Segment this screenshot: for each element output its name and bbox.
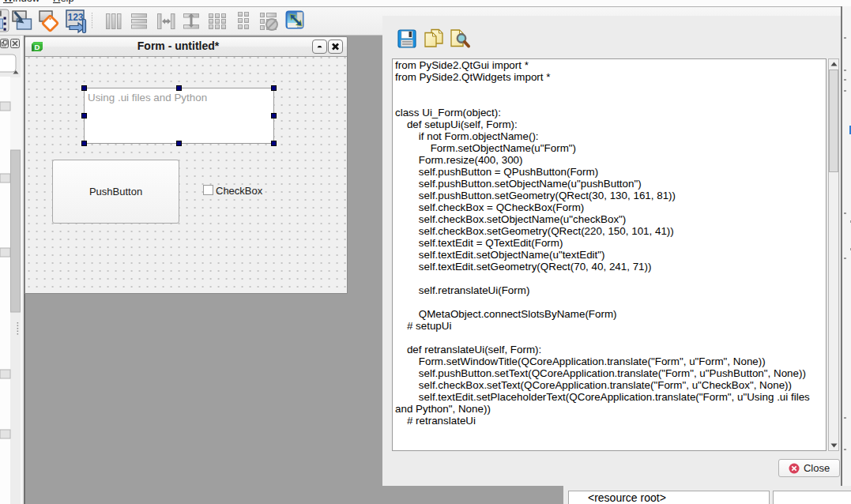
svg-text:123: 123 <box>68 12 84 23</box>
svg-text:D: D <box>35 43 40 51</box>
